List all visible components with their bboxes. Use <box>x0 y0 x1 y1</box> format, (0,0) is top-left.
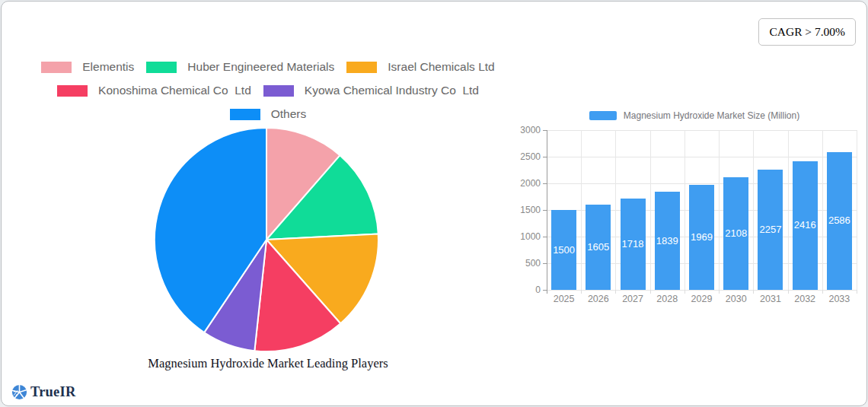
vgrid-line <box>650 130 651 290</box>
bar-2028[interactable] <box>655 192 680 290</box>
y-axis-label: 0 <box>498 285 541 295</box>
trueir-logo-icon <box>11 384 27 400</box>
x-axis-label: 2032 <box>788 294 822 304</box>
trueir-logo-text: TrueIR <box>30 384 75 400</box>
legend-swatch <box>57 85 88 97</box>
pie-legend-item[interactable]: Kyowa Chemical Industry Co Ltd <box>263 84 479 97</box>
bar-legend-label: Magnesium Hydroxide Market Size (Million… <box>624 110 799 121</box>
legend-label: Israel Chemicals Ltd <box>388 60 494 74</box>
x-axis-label: 2031 <box>753 294 787 304</box>
legend-swatch <box>146 62 177 73</box>
vgrid-line <box>615 130 616 290</box>
bar-2033[interactable] <box>827 152 852 290</box>
bar-2029[interactable] <box>689 185 714 290</box>
x-axis-tick <box>857 290 857 294</box>
cagr-badge: CAGR > 7.00% <box>758 18 856 46</box>
x-axis-label: 2030 <box>719 294 753 304</box>
pie-legend-row: Konoshima Chemical Co LtdKyowa Chemical … <box>2 84 535 97</box>
pie-legend-item[interactable]: Elementis <box>41 60 134 74</box>
bar-2027[interactable] <box>621 199 646 290</box>
x-axis-label: 2033 <box>822 294 857 304</box>
legend-swatch <box>41 62 72 73</box>
bar-legend-swatch <box>589 111 617 120</box>
y-axis-label: 1500 <box>498 205 541 215</box>
chart-card: CAGR > 7.00% ElementisHuber Engineered M… <box>1 1 867 406</box>
legend-label: Elementis <box>82 60 134 74</box>
legend-swatch <box>263 85 294 97</box>
bar-2031[interactable] <box>758 170 783 290</box>
vgrid-line <box>822 130 823 290</box>
pie-legend-item[interactable]: Huber Engineered Materials <box>146 60 334 74</box>
pie-legend-row: ElementisHuber Engineered MaterialsIsrae… <box>2 60 535 74</box>
bar-2025[interactable] <box>551 210 576 290</box>
y-axis-label: 1000 <box>498 231 541 242</box>
y-axis-line <box>547 130 547 294</box>
pie-chart <box>152 126 381 354</box>
pie-legend-item[interactable]: Israel Chemicals Ltd <box>346 60 494 74</box>
bar-2032[interactable] <box>793 161 818 290</box>
legend-swatch <box>230 109 260 120</box>
hgrid-line <box>547 157 857 157</box>
x-axis-label: 2026 <box>581 294 615 304</box>
pie-legend-item[interactable]: Konoshima Chemical Co Ltd <box>57 84 251 97</box>
bar-2030[interactable] <box>723 177 748 290</box>
legend-label: Kyowa Chemical Industry Co Ltd <box>305 84 479 97</box>
y-axis-label: 500 <box>498 258 541 269</box>
vgrid-line <box>685 130 685 290</box>
bar-2026[interactable] <box>586 205 611 290</box>
pie-title: Magnesium Hydroxide Market Leading Playe… <box>2 356 535 371</box>
bar-chart-legend[interactable]: Magnesium Hydroxide Market Size (Million… <box>535 110 854 121</box>
pie-legend: ElementisHuber Engineered MaterialsIsrae… <box>2 60 535 121</box>
trueir-logo: TrueIR <box>11 384 75 400</box>
vgrid-line <box>788 130 789 290</box>
vgrid-line <box>581 130 582 290</box>
x-axis-label: 2025 <box>547 294 581 304</box>
x-axis-label: 2029 <box>685 294 719 304</box>
hgrid-line <box>547 290 857 291</box>
legend-label: Others <box>271 107 307 121</box>
x-axis-label: 2028 <box>650 294 685 304</box>
legend-label: Huber Engineered Materials <box>187 60 334 74</box>
vgrid-line <box>719 130 720 290</box>
pie-legend-row: Others <box>2 107 535 121</box>
vgrid-line <box>857 130 857 290</box>
y-axis-label: 3000 <box>498 125 541 135</box>
x-axis-label: 2027 <box>615 294 649 304</box>
y-axis-label: 2500 <box>498 151 541 162</box>
legend-label: Konoshima Chemical Co Ltd <box>98 84 251 97</box>
hgrid-line <box>547 130 857 131</box>
pie-legend-item[interactable]: Others <box>230 107 307 121</box>
vgrid-line <box>753 130 754 290</box>
bar-chart: 0500100015002000250030001500202516052026… <box>547 130 857 290</box>
y-axis-label: 2000 <box>498 178 541 189</box>
legend-swatch <box>346 62 377 73</box>
